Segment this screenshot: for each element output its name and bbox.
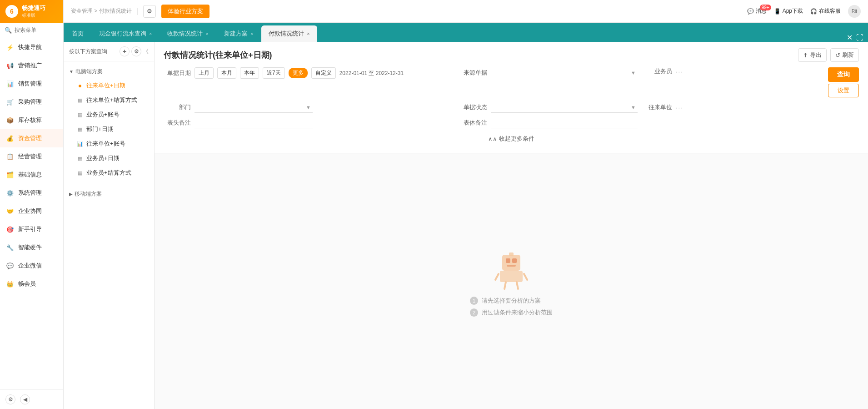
query-btn[interactable]: 查询	[828, 67, 859, 82]
date-btn-more[interactable]: 更多	[289, 68, 308, 78]
message-icon: 💬	[747, 8, 754, 15]
export-icon: ⬆	[803, 52, 808, 59]
collapse-up-icon: ∧∧	[488, 136, 497, 142]
breadcrumb: 资金管理 > 付款情况统计	[71, 7, 132, 15]
scheme-grid-icon-3: ▦	[76, 155, 84, 162]
sidebar-item-wechat[interactable]: 💬 企业微信	[0, 257, 63, 275]
sidebar-item-collab[interactable]: 🤝 企业协同	[0, 202, 63, 220]
panel-collapse-btn[interactable]: 《	[143, 48, 149, 56]
doc-status-select[interactable]	[493, 104, 631, 111]
tab-receipt-stats[interactable]: 收款情况统计 ×	[160, 25, 215, 42]
user-avatar[interactable]: Rit	[848, 5, 861, 18]
scheme-unit-account[interactable]: 📊 往来单位+账号	[64, 136, 154, 151]
settings-btn2[interactable]: 设置	[828, 84, 859, 97]
scheme-unit-date[interactable]: ● 往来单位+日期	[64, 78, 154, 93]
maximize-btn[interactable]: ⛶	[856, 34, 863, 42]
scheme-unit-settle[interactable]: ▦ 往来单位+结算方式	[64, 93, 154, 107]
quick-nav-icon: ⚡	[5, 43, 15, 52]
sidebar-item-sales[interactable]: 📊 销售管理	[0, 75, 63, 93]
hint-num-2: 2	[470, 308, 478, 317]
sidebar: 6 畅捷通巧 标准版 🔍 搜索菜单 ⚡ 快捷导航 📢 营销推广 📊 销售管理 🛒…	[0, 0, 64, 409]
source-doc-select-wrap[interactable]: ▼	[491, 67, 638, 78]
sidebar-item-inventory[interactable]: 📦 库存核算	[0, 111, 63, 129]
tab-cash-flow[interactable]: 现金银行流水查询 ×	[92, 25, 159, 42]
svg-rect-3	[507, 265, 516, 267]
scheme-bar-icon: 📊	[76, 140, 84, 147]
date-btn-this-year[interactable]: 本年	[240, 67, 259, 79]
messages-btn[interactable]: 💬 消息 99+	[747, 7, 767, 15]
topbar-divider	[137, 8, 138, 15]
sidebar-title-group: 畅捷通巧 标准版	[22, 4, 45, 19]
sidebar-item-basic-info[interactable]: 🗂️ 基础信息	[0, 166, 63, 184]
chevron-down-icon: ▼	[69, 69, 74, 74]
source-doc-select[interactable]	[493, 69, 631, 76]
body-note-input[interactable]	[491, 117, 638, 128]
close-all-btn[interactable]: ✕	[847, 33, 853, 42]
date-btn-this-month[interactable]: 本月	[217, 67, 236, 79]
scheme-salesperson-account[interactable]: ▦ 业务员+账号	[64, 107, 154, 122]
sidebar-item-quick-nav[interactable]: ⚡ 快捷导航	[0, 38, 63, 56]
inventory-icon: 📦	[5, 116, 15, 125]
header-note-input[interactable]	[195, 117, 313, 128]
dept-select-wrap[interactable]: ▼	[195, 102, 313, 113]
sidebar-item-finance[interactable]: 💰 资金管理	[0, 129, 63, 147]
date-btn-7days[interactable]: 近7天	[263, 67, 285, 79]
sidebar-item-purchase[interactable]: 🛒 采购管理	[0, 93, 63, 111]
tab-close-payment-stats[interactable]: ×	[307, 31, 309, 36]
footer-settings-btn[interactable]: ⚙	[5, 394, 15, 404]
scheme-settings-btn[interactable]: ⚙	[131, 46, 141, 56]
data-area: 1 请先选择要分析的方案 2 用过滤条件来缩小分析范围	[155, 153, 868, 409]
scheme-salesperson-settle[interactable]: ▦ 业务员+结算方式	[64, 166, 154, 180]
collapse-conditions-btn[interactable]: ∧∧ 收起更多条件	[484, 131, 538, 146]
mobile-group-title[interactable]: ▶ 移动端方案	[64, 187, 154, 201]
tab-new-scheme[interactable]: 新建方案 ×	[217, 25, 260, 42]
sidebar-item-marketing[interactable]: 📢 营销推广	[0, 56, 63, 75]
footer-collapse-btn[interactable]: ◀	[20, 394, 30, 404]
refresh-icon: ↺	[835, 52, 840, 59]
tab-close-new-scheme[interactable]: ×	[250, 31, 253, 36]
scheme-salesperson-date[interactable]: ▦ 业务员+日期	[64, 151, 154, 166]
filter-row-3: 表头备注 表体备注	[164, 117, 859, 128]
topbar-settings-btn[interactable]: ⚙	[143, 5, 156, 18]
related-unit-dots[interactable]: ···	[676, 104, 683, 111]
salesperson-dots[interactable]: ···	[676, 68, 683, 75]
empty-hint-1: 1 请先选择要分析的方案	[470, 297, 553, 305]
sidebar-item-label: 库存核算	[18, 116, 42, 124]
refresh-btn[interactable]: ↺ 刷新	[830, 48, 859, 62]
online-service-btn[interactable]: 🎧 在线客服	[810, 7, 841, 15]
export-btn[interactable]: ⬆ 导出	[798, 48, 827, 62]
tabbar: 首页 现金银行流水查询 × 收款情况统计 × 新建方案 × 付款情况统计 × ✕…	[64, 23, 868, 42]
tab-payment-stats[interactable]: 付款情况统计 ×	[261, 25, 317, 42]
right-panel: 付款情况统计(往来单位+日期) ⬆ 导出 ↺ 刷新	[155, 42, 868, 409]
dept-arrow: ▼	[306, 105, 311, 110]
sales-icon: 📊	[5, 79, 15, 88]
tab-home[interactable]: 首页	[65, 25, 91, 42]
tab-close-receipt-stats[interactable]: ×	[205, 31, 208, 36]
industry-btn[interactable]: 体验行业方案	[161, 5, 210, 18]
scheme-grid-icon-4: ▦	[76, 169, 84, 177]
add-scheme-btn[interactable]: +	[120, 46, 130, 56]
sidebar-item-guide[interactable]: 🎯 新手引导	[0, 220, 63, 238]
sidebar-item-vip[interactable]: 👑 畅会员	[0, 275, 63, 293]
svg-rect-1	[506, 258, 510, 263]
scheme-grid-icon-2: ▦	[76, 126, 84, 133]
date-range: 2022-01-01 至 2022-12-31	[339, 70, 404, 77]
body-note-label: 表体备注	[460, 119, 487, 127]
dept-select[interactable]	[196, 104, 306, 111]
scheme-dept-date[interactable]: ▦ 部门+日期	[64, 122, 154, 136]
date-btn-custom[interactable]: 自定义	[311, 67, 336, 79]
related-unit-group: 往来单位 ···	[645, 103, 823, 111]
tab-close-cash-flow[interactable]: ×	[149, 31, 152, 36]
sidebar-item-operations[interactable]: 📋 经营管理	[0, 147, 63, 166]
date-btn-last-month[interactable]: 上月	[195, 67, 214, 79]
app-download-btn[interactable]: 📱 App下载	[774, 7, 803, 15]
desktop-group-title[interactable]: ▼ 电脑端方案	[64, 65, 154, 78]
search-menu-item[interactable]: 🔍 搜索菜单	[0, 23, 63, 38]
svg-line-6	[495, 274, 499, 280]
svg-rect-0	[502, 255, 520, 271]
sidebar-item-system[interactable]: ⚙️ 系统管理	[0, 184, 63, 202]
doc-status-select-wrap[interactable]: ▼	[491, 102, 638, 113]
hardware-icon: 🔧	[5, 243, 15, 252]
sidebar-item-hardware[interactable]: 🔧 智能硬件	[0, 238, 63, 257]
sidebar-item-label: 新手引导	[18, 225, 42, 233]
